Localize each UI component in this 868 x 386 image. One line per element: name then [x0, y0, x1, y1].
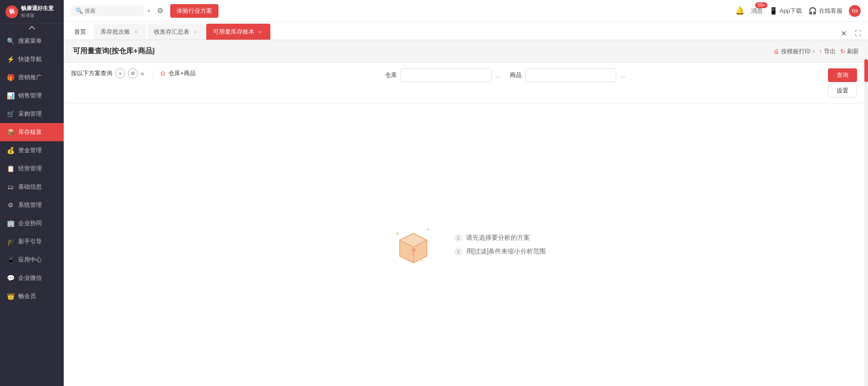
sidebar-label-inventory: 库存核算 — [18, 128, 42, 136]
messages-btn[interactable]: 🔔 99+ 消息 — [735, 6, 763, 15]
refresh-icon: ↻ — [840, 48, 845, 55]
empty-text-block: 1 请先选择要分析的方案 2 用[过滤]条件来缩小分析范围 — [454, 234, 546, 256]
tab-label-receipt-summary: 收发存汇总表 — [154, 28, 189, 36]
sidebar-item-enterprise-wechat[interactable]: 💬企业微信 — [0, 269, 64, 287]
print-label: 按模板打印 — [781, 47, 811, 56]
messages-badge: 99+ — [755, 2, 767, 8]
sidebar-item-marketing[interactable]: 🎁营销推广 — [0, 68, 64, 87]
hint-1-num: 1 — [454, 234, 462, 242]
tab-close-available-stock[interactable]: × — [257, 29, 264, 35]
sidebar-scroll-up-btn[interactable] — [0, 24, 64, 32]
user-menu-btn[interactable]: Rit — [849, 5, 861, 17]
sidebar-item-inventory[interactable]: 📦库存核算 — [0, 123, 64, 141]
refresh-btn[interactable]: ↻ 刷新 — [840, 47, 859, 56]
sidebar-label-enterprise: 企业协同 — [18, 219, 42, 227]
sidebar-item-base-info[interactable]: 🗂基础信息 — [0, 178, 64, 196]
sidebar-icon-newbie: 🎓 — [6, 237, 15, 246]
sidebar-item-enterprise[interactable]: 🏢企业协同 — [0, 214, 64, 232]
sidebar-icon-finance: 💰 — [6, 146, 15, 154]
filter-setting-btn[interactable]: ⚙ — [128, 68, 138, 78]
trial-btn[interactable]: 体验行业方案 — [170, 4, 218, 18]
tab-close-receipt-summary[interactable]: × — [192, 29, 198, 35]
tab-right-controls: ✕ ⛶ — [837, 27, 868, 40]
scheme-warehouse-product[interactable]: ⊙ 仓库+商品 — [160, 68, 378, 78]
topbar: 🔍 ▾ ⚙ 体验行业方案 🔔 99+ 消息 📱 App下载 🎧 在线客服 Rit — [64, 0, 868, 22]
sidebar-header: 畅 畅康通好生意 标准版 — [0, 0, 64, 24]
headset-icon: 🎧 — [808, 7, 817, 15]
sidebar-item-purchase[interactable]: 🛒采购管理 — [0, 105, 64, 123]
sidebar-label-operation: 经营管理 — [18, 165, 42, 173]
tab-receipt-summary[interactable]: 收发存汇总表× — [147, 24, 205, 40]
sidebar-label-finance: 资金管理 — [18, 146, 42, 154]
hint-1-text: 请先选择要分析的方案 — [466, 234, 530, 242]
close-tab-btn[interactable]: ✕ — [837, 27, 850, 40]
print-btn[interactable]: 🖨 按模板打印 ▾ — [773, 47, 815, 56]
sidebar-icon-operation: 📋 — [6, 165, 15, 173]
product-input[interactable] — [525, 68, 616, 82]
tabs-container: 首页库存批次账×收发存汇总表×可用量库存账本× — [67, 24, 271, 40]
export-icon: ↑ — [819, 48, 822, 55]
hint-2-text: 用[过滤]条件来缩小分析范围 — [466, 247, 546, 256]
sidebar-item-shortcut[interactable]: ⚡快捷导航 — [0, 50, 64, 68]
search-input[interactable] — [85, 8, 130, 14]
page-title: 可用量查询(按仓库+商品) — [73, 46, 155, 56]
app-download-btn[interactable]: 📱 App下载 — [769, 7, 802, 15]
tab-home[interactable]: 首页 — [67, 24, 93, 40]
sidebar-icon-base-info: 🗂 — [6, 183, 15, 191]
topbar-search-wrap[interactable]: 🔍 — [71, 5, 144, 16]
search-icon: 🔍 — [76, 7, 83, 14]
sidebar-item-operation[interactable]: 📋经营管理 — [0, 160, 64, 178]
sidebar-items-container: 🔍搜索菜单⚡快捷导航🎁营销推广📊销售管理🛒采购管理📦库存核算💰资金管理📋经营管理… — [0, 32, 64, 305]
sidebar-label-newbie: 新手引导 — [18, 237, 42, 246]
tab-close-batch-account[interactable]: × — [133, 29, 139, 35]
sidebar-icon-enterprise: 🏢 — [6, 219, 15, 227]
settings-btn[interactable]: 设置 — [828, 84, 857, 98]
product-more-btn[interactable]: ... — [620, 72, 625, 79]
sidebar-icon-app-center: 📱 — [6, 256, 15, 264]
sidebar-item-sales[interactable]: 📊销售管理 — [0, 87, 64, 105]
empty-hint-1: 1 请先选择要分析的方案 — [454, 234, 546, 242]
content-area: 按以下方案查询 + ⚙ « ⊙ 仓库+商品 仓库 ... — [64, 63, 868, 386]
tab-batch-account[interactable]: 库存批次账× — [94, 24, 146, 40]
sidebar-item-app-center[interactable]: 📱应用中心 — [0, 251, 64, 269]
right-scrollbar[interactable] — [864, 59, 868, 386]
filter-add-btn[interactable]: + — [115, 68, 125, 78]
app-download-label: App下载 — [780, 7, 802, 15]
sidebar-icon-sales: 📊 — [6, 92, 15, 100]
svg-text:✦: ✦ — [426, 227, 430, 232]
sidebar-label-sales: 销售管理 — [18, 92, 42, 100]
sidebar-icon-inventory: 📦 — [6, 128, 15, 136]
sidebar-item-search[interactable]: 🔍搜索菜单 — [0, 32, 64, 50]
tab-label-home: 首页 — [74, 28, 86, 36]
filter-label: 按以下方案查询 — [71, 69, 112, 77]
sidebar-item-vip[interactable]: 👑畅会员 — [0, 287, 64, 305]
query-btn[interactable]: 查询 — [828, 68, 857, 82]
action-btns: 查询 设置 — [828, 68, 861, 98]
user-avatar: Rit — [849, 5, 861, 17]
sidebar-item-newbie[interactable]: 🎓新手引导 — [0, 232, 64, 251]
sidebar-nav: 🔍搜索菜单⚡快捷导航🎁营销推广📊销售管理🛒采购管理📦库存核算💰资金管理📋经营管理… — [0, 24, 64, 386]
sidebar-label-marketing: 营销推广 — [18, 73, 42, 82]
product-label: 商品 — [510, 71, 522, 79]
online-service-btn[interactable]: 🎧 在线客服 — [808, 7, 843, 15]
page-header: 可用量查询(按仓库+商品) 🖨 按模板打印 ▾ ↑ 导出 ↻ 刷新 — [64, 40, 868, 63]
filter-warehouse-field: 仓库 ... — [385, 68, 501, 82]
sidebar-icon-system: ⚙ — [6, 201, 15, 209]
maximize-tab-btn[interactable]: ⛶ — [852, 27, 864, 40]
main-area: 🔍 ▾ ⚙ 体验行业方案 🔔 99+ 消息 📱 App下载 🎧 在线客服 Rit — [64, 0, 868, 386]
filter-row: 按以下方案查询 + ⚙ « ⊙ 仓库+商品 仓库 ... — [64, 63, 868, 103]
warehouse-label: 仓库 — [385, 71, 397, 79]
tab-label-available-stock: 可用量库存账本 — [213, 28, 254, 36]
filter-collapse-btn[interactable]: « — [141, 70, 144, 77]
tab-available-stock[interactable]: 可用量库存账本× — [206, 24, 270, 40]
sidebar-item-finance[interactable]: 💰资金管理 — [0, 141, 64, 160]
warehouse-input[interactable] — [401, 68, 492, 82]
topbar-gear-btn[interactable]: ⚙ — [154, 5, 167, 17]
warehouse-more-btn[interactable]: ... — [495, 72, 501, 79]
refresh-label: 刷新 — [847, 47, 859, 56]
filter-schemes: ⊙ 仓库+商品 — [153, 68, 378, 78]
app-name: 畅康通好生意 — [21, 5, 54, 12]
sidebar-item-system[interactable]: ⚙系统管理 — [0, 196, 64, 214]
export-btn[interactable]: ↑ 导出 — [819, 47, 836, 56]
sidebar-label-enterprise-wechat: 企业微信 — [18, 274, 42, 282]
